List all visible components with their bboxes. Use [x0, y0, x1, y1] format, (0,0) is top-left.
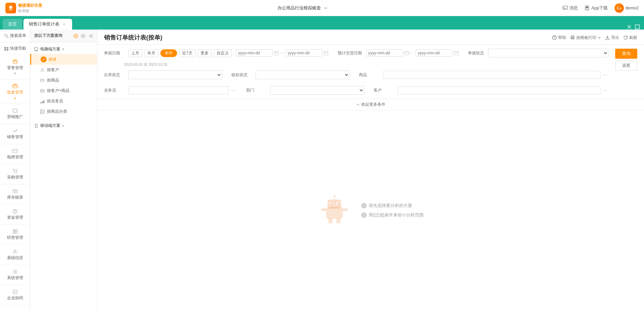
custom-date-btn[interactable]: 自定义 [214, 49, 232, 57]
customer-more-btn[interactable]: ··· [602, 88, 608, 93]
salesperson-input[interactable] [128, 86, 229, 94]
sidebar-item-sales[interactable]: 销售管理 [0, 124, 30, 144]
sidebar-item-purchase[interactable]: 采购管理 [0, 164, 30, 185]
sales-icon [12, 128, 18, 134]
goods-more-btn[interactable]: ··· [602, 72, 608, 78]
salesperson-more-btn[interactable]: ··· [230, 88, 237, 93]
customer-input[interactable] [398, 86, 601, 94]
collect-status-select[interactable] [256, 70, 350, 79]
svg-rect-69 [274, 51, 278, 55]
salesperson-label: 业务员 [104, 88, 124, 93]
out-status-select[interactable] [128, 70, 222, 79]
sidebar-item-guide[interactable]: 新手引导 [0, 305, 30, 310]
page-header: 销售订单统计表(按单) 帮助 [97, 30, 644, 45]
goods-input[interactable] [383, 71, 600, 79]
top-bar-left: 畅捷通好生意 标准版 [5, 3, 42, 13]
svg-rect-81 [454, 51, 458, 55]
nav-icon [4, 46, 9, 51]
date-filter-label: 单据日期 [104, 50, 124, 56]
more-date-btn[interactable]: 更多 [198, 49, 212, 57]
window-maximize-icon[interactable] [635, 24, 640, 30]
svg-point-30 [13, 270, 17, 274]
settings-button[interactable]: 设置 [615, 61, 637, 70]
user-menu[interactable]: Ea demo2 [614, 3, 639, 13]
svg-rect-45 [35, 48, 38, 50]
sidebar-item-wholesale[interactable]: 批发管理 ▴ [0, 80, 30, 104]
export-button[interactable]: 导出 [605, 35, 619, 41]
collapse-panel-icon[interactable] [88, 34, 93, 38]
dept-select[interactable] [270, 86, 364, 95]
svg-point-43 [81, 34, 85, 38]
scheme-item-by-order[interactable]: 按单 [30, 54, 97, 65]
add-scheme-icon[interactable] [73, 34, 78, 38]
svg-rect-27 [15, 232, 17, 234]
sidebar: 搜索菜单 快捷导航 零售管理 ▾ [0, 30, 30, 310]
svg-rect-8 [4, 47, 6, 49]
cal-expected-start-icon [404, 51, 409, 55]
empty-tip-1: 1 请先选择要分析的方案 [361, 203, 423, 209]
export-icon [605, 35, 610, 40]
help-button[interactable]: 帮助 [552, 35, 566, 41]
tab-active[interactable]: 销售订单统计表 × [23, 19, 72, 30]
status-select[interactable] [488, 49, 608, 57]
scheme-item-by-salesperson[interactable]: 按业务员 [30, 96, 97, 106]
sidebar-item-retail[interactable]: 零售管理 ▾ [0, 55, 30, 80]
search-menu-item[interactable]: 搜索菜单 [0, 30, 30, 42]
mobile-scheme-group-header[interactable]: 移动端方案 ▸ [30, 121, 97, 131]
message-button[interactable]: 消息 [562, 5, 578, 11]
filter-row-date: 单据日期 上月 本月 本年 近7天 更多 自定义 [104, 49, 608, 57]
collapse-bar[interactable]: 收起更多条件 [97, 99, 644, 110]
svg-point-29 [14, 271, 16, 273]
system-icon [12, 269, 18, 274]
svg-rect-73 [324, 51, 328, 55]
logo-text: 畅捷通好生意 标准版 [18, 3, 42, 13]
settings-scheme-icon[interactable] [81, 34, 86, 38]
quick-nav-item[interactable]: 快捷导航 [0, 42, 30, 55]
company-selector[interactable]: 办公用品行业模拟账套 [277, 5, 328, 11]
date-start-input[interactable] [236, 49, 273, 57]
app-download-button[interactable]: App下载 [585, 5, 608, 11]
date-range-display: 2023-01-01 至 2023-12-31 [104, 62, 608, 67]
tab-home[interactable]: 首页 [3, 19, 22, 30]
refresh-button[interactable]: 刷新 [623, 35, 637, 41]
svg-point-63 [36, 126, 36, 127]
last-7days-btn[interactable]: 近7天 [179, 49, 196, 57]
sidebar-item-enterprise[interactable]: 企业协同 [0, 285, 30, 305]
search-icon [4, 34, 9, 38]
inventory-icon [12, 189, 18, 194]
sidebar-item-ecommerce[interactable]: 电商管理 [0, 144, 30, 164]
sidebar-item-finance[interactable]: 资金管理 [0, 205, 30, 225]
out-status-label: 出库状态 [104, 72, 124, 78]
sidebar-item-basic[interactable]: 基础信息 [0, 245, 30, 265]
window-close-icon[interactable] [627, 24, 632, 30]
sidebar-item-inventory[interactable]: 库存核算 [0, 185, 30, 205]
scheme-item-by-category[interactable]: 按商品分类 [30, 106, 97, 117]
date-end-input[interactable] [285, 49, 322, 57]
empty-tip-2: 2 用[过滤]条件来缩小分析范围 [361, 212, 423, 218]
dept-label: 部门 [246, 88, 266, 93]
this-month-btn[interactable]: 本月 [144, 49, 158, 57]
tab-close-button[interactable]: × [61, 21, 67, 27]
sidebar-item-marketing[interactable]: 营销推广 [0, 104, 30, 124]
sidebar-item-operations[interactable]: 经营管理 [0, 225, 30, 245]
marketing-icon [12, 108, 18, 113]
left-panel-icons [73, 34, 93, 38]
template-print-button[interactable]: 按模板打印 [570, 35, 601, 41]
retail-icon [12, 59, 18, 64]
expected-date-start[interactable] [366, 49, 403, 57]
pc-scheme-group-header[interactable]: 电脑端方案 ▾ [30, 44, 97, 54]
empty-tips: 1 请先选择要分析的方案 2 用[过滤]条件来缩小分析范围 [361, 203, 423, 218]
scheme-item-by-customer[interactable]: 按客户 [30, 65, 97, 75]
svg-rect-77 [405, 51, 409, 55]
search-button[interactable]: 查询 [615, 49, 637, 59]
expected-date-sep: — [410, 51, 414, 55]
expected-date-label: 预计交货日期 [338, 50, 362, 56]
expected-date-end[interactable] [416, 49, 452, 57]
main-layout: 搜索菜单 快捷导航 零售管理 ▾ [0, 30, 644, 310]
last-month-btn[interactable]: 上月 [128, 49, 142, 57]
svg-rect-50 [41, 79, 44, 82]
this-year-btn[interactable]: 本年 [160, 49, 177, 57]
scheme-item-by-goods[interactable]: 按商品 [30, 75, 97, 86]
sidebar-item-system[interactable]: 系统管理 [0, 265, 30, 285]
scheme-item-by-customer-goods[interactable]: 按客户+商品 [30, 86, 97, 96]
